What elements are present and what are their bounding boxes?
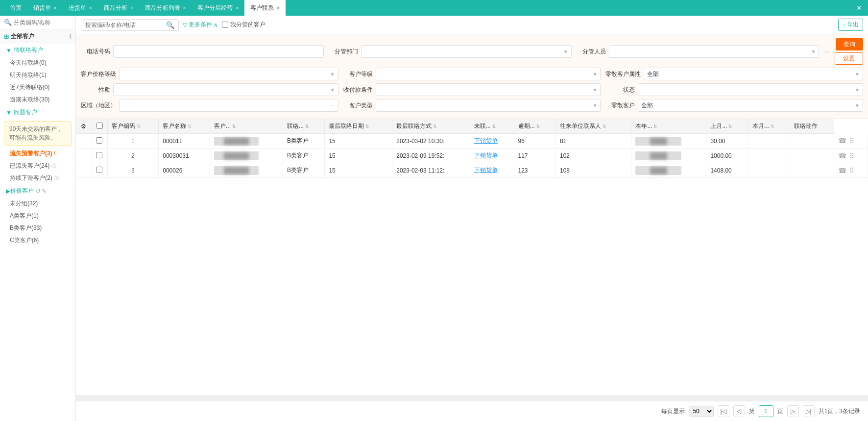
page-nav-next[interactable]: ▷ bbox=[787, 405, 799, 417]
per-page-select[interactable]: 50 100 bbox=[689, 406, 714, 417]
filter-nature-label: 性质 bbox=[81, 86, 110, 94]
th-checkbox[interactable] bbox=[92, 119, 107, 134]
row-select-checkbox-0[interactable] bbox=[96, 137, 102, 144]
sidebar-item-ungrouped[interactable]: 未分组(32) bbox=[0, 198, 75, 210]
row-actions-2: ☎ ⠿ bbox=[834, 163, 868, 178]
filter-price-select[interactable]: ▼ bbox=[119, 68, 338, 80]
export-label: 导出 bbox=[847, 21, 859, 29]
row-checkbox-1[interactable] bbox=[92, 149, 107, 163]
page-nav-last[interactable]: ▷| bbox=[803, 405, 815, 417]
action-more-2[interactable]: ⠿ bbox=[849, 167, 854, 174]
action-phone-2[interactable]: ☎ bbox=[838, 167, 846, 174]
sidebar-group-value[interactable]: ▶ 价值客户 ↺ ✎ bbox=[0, 184, 75, 198]
page-number-input[interactable] bbox=[759, 405, 773, 417]
sort-type-icon[interactable]: ⇅ bbox=[232, 124, 236, 129]
my-customers-checkbox-container[interactable]: 我分管的客户 bbox=[222, 21, 265, 29]
tab-close-icon[interactable]: × bbox=[89, 5, 92, 11]
sort-year-icon[interactable]: ⇅ bbox=[653, 124, 657, 129]
tab-purchase-order[interactable]: 进货单 × bbox=[63, 0, 98, 16]
sidebar-item-today-pending[interactable]: 今天待联络(0) bbox=[0, 57, 75, 69]
edit-icon[interactable]: ✎ bbox=[42, 188, 47, 195]
sidebar-item-churned[interactable]: 已流失客户(24) ⓘ bbox=[0, 160, 75, 172]
th-settings[interactable]: ⚙ bbox=[76, 119, 92, 134]
churn-tooltip: 90天未交易的客户，可能有流失风险。 bbox=[4, 121, 72, 146]
tab-close-icon[interactable]: × bbox=[183, 5, 186, 11]
window-close-button[interactable]: ✕ bbox=[854, 3, 864, 13]
row-checkbox-2[interactable] bbox=[92, 163, 107, 178]
sidebar-item-class-a[interactable]: A类客户(1) bbox=[0, 210, 75, 222]
row-checkbox-0[interactable] bbox=[92, 134, 107, 149]
tab-close-icon[interactable]: × bbox=[130, 5, 133, 11]
sidebar-item-tomorrow-pending[interactable]: 明天待联络(1) bbox=[0, 69, 75, 81]
tab-customer-segment[interactable]: 客户分层经营 × bbox=[192, 0, 244, 16]
row-actions-0: ☎ ⠿ bbox=[834, 134, 868, 149]
row-last-method-1[interactable]: 下销货单 bbox=[470, 149, 514, 163]
row-last-method-2[interactable]: 下销货单 bbox=[470, 163, 514, 178]
my-customers-checkbox[interactable] bbox=[222, 22, 228, 28]
sidebar-item-declining[interactable]: 持续下滑客户(2) ⓘ bbox=[0, 172, 75, 184]
region-more-dots[interactable]: ··· bbox=[329, 101, 335, 109]
sort-last-month-icon[interactable]: ⇅ bbox=[728, 124, 732, 129]
sidebar-item-week-pending[interactable]: 近7天待联络(0) bbox=[0, 81, 75, 94]
row-current-year-2: 1408.00 bbox=[706, 163, 748, 178]
filter-more-button[interactable]: ▽ 更多条件 ∧ bbox=[183, 21, 218, 29]
tab-sales-order[interactable]: 销货单 × bbox=[27, 0, 63, 16]
settings-button[interactable]: 设置 bbox=[835, 52, 863, 65]
filter-retail-attr-select[interactable]: 全部 ▼ bbox=[644, 68, 863, 80]
tab-close-icon[interactable]: × bbox=[236, 5, 239, 11]
sort-person-icon[interactable]: ⇅ bbox=[603, 124, 606, 129]
sidebar-search-input[interactable] bbox=[14, 19, 72, 26]
filter-cust-level-select[interactable]: ▼ bbox=[376, 68, 601, 80]
all-customers-header[interactable]: ⊞ 全部客户 《 bbox=[0, 29, 75, 44]
refresh-icon[interactable]: ↺ bbox=[36, 188, 41, 195]
sidebar-item-churn-warning[interactable]: 流失预警客户(3) ! bbox=[0, 148, 75, 160]
tab-customer-segment-label: 客户分层经营 bbox=[197, 4, 233, 12]
action-phone-0[interactable]: ☎ bbox=[838, 137, 846, 145]
filter-status-select[interactable]: ▼ bbox=[638, 83, 863, 96]
tab-product-analysis[interactable]: 商品分析 × bbox=[98, 0, 139, 16]
row-select-checkbox-1[interactable] bbox=[96, 152, 102, 158]
filter-region-select[interactable]: ··· bbox=[119, 99, 338, 112]
sidebar-item-class-c[interactable]: C类客户(6) bbox=[0, 234, 75, 247]
sidebar-group-problem[interactable]: ▼ 问题客户 bbox=[0, 106, 75, 119]
filter-dept-select[interactable]: ▼ bbox=[361, 45, 572, 58]
filter-nature-select[interactable]: ▼ bbox=[113, 83, 338, 96]
horizontal-scrollbar[interactable] bbox=[76, 395, 868, 401]
sort-date-icon[interactable]: ⇅ bbox=[365, 124, 369, 129]
sort-current-month-icon[interactable]: ⇅ bbox=[771, 124, 774, 129]
sort-name-icon[interactable]: ⇅ bbox=[188, 124, 192, 129]
filter-person-select[interactable]: ▼ bbox=[609, 45, 820, 58]
filter-cust-type-select[interactable]: ▼ bbox=[376, 99, 601, 112]
tab-close-active-icon[interactable]: × bbox=[277, 5, 280, 11]
group-problem-label: 问题客户 bbox=[14, 108, 37, 117]
tab-customer-contact[interactable]: 客户联系 × bbox=[244, 0, 286, 16]
sidebar-group-pending[interactable]: ▼ 待联络客户 bbox=[0, 44, 75, 57]
filter-phone-input[interactable] bbox=[113, 45, 324, 58]
tab-product-analysis-list[interactable]: 商品分析列表 × bbox=[139, 0, 192, 16]
filter-more-dots[interactable]: ··· bbox=[824, 48, 830, 55]
sidebar-item-class-b[interactable]: B类客户(33) bbox=[0, 222, 75, 234]
tab-close-icon[interactable]: × bbox=[54, 5, 57, 11]
filter-payment-select[interactable]: ▼ bbox=[376, 83, 601, 96]
sort-uncontacted-icon[interactable]: ⇅ bbox=[492, 124, 496, 129]
sort-method-icon[interactable]: ⇅ bbox=[433, 124, 437, 129]
row-select-checkbox-2[interactable] bbox=[96, 167, 102, 173]
row-last-method-0[interactable]: 下销货单 bbox=[470, 134, 514, 149]
my-customers-label: 我分管的客户 bbox=[230, 21, 265, 29]
select-all-checkbox[interactable] bbox=[96, 123, 103, 129]
action-more-0[interactable]: ⠿ bbox=[849, 137, 854, 145]
sort-code-icon[interactable]: ⇅ bbox=[137, 124, 141, 129]
export-button[interactable]: ↑ 导出 bbox=[838, 19, 863, 31]
sort-overdue-icon[interactable]: ⇅ bbox=[536, 124, 540, 129]
query-button[interactable]: 查询 bbox=[836, 38, 863, 50]
filter-retail-select[interactable]: 全部 ▼ bbox=[638, 99, 863, 112]
sort-contact-icon[interactable]: ⇅ bbox=[305, 124, 309, 129]
tab-home[interactable]: 首页 bbox=[4, 0, 27, 16]
action-phone-1[interactable]: ☎ bbox=[838, 152, 846, 160]
sidebar-item-overdue-contact[interactable]: 逾期未联络(30) bbox=[0, 94, 75, 106]
search-icon-button[interactable]: 🔍 bbox=[166, 21, 174, 29]
page-nav-first[interactable]: |◁ bbox=[718, 405, 729, 417]
page-nav-prev[interactable]: ◁ bbox=[733, 405, 745, 417]
search-input[interactable] bbox=[85, 22, 164, 28]
action-more-1[interactable]: ⠿ bbox=[849, 152, 854, 160]
